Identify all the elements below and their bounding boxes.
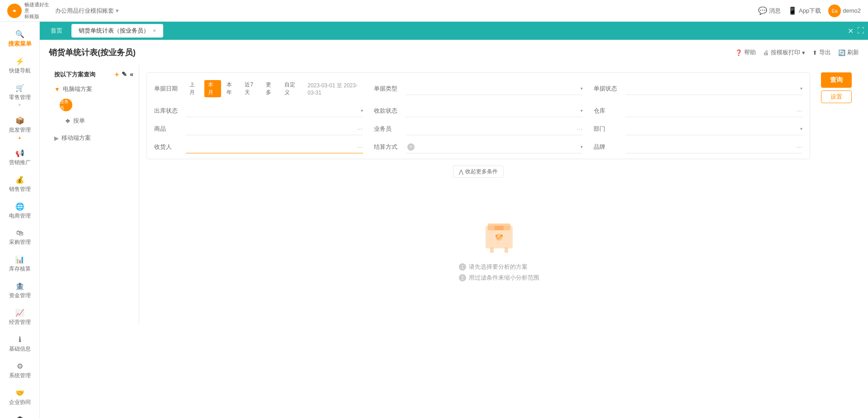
- dept-dropdown-arrow[interactable]: ▾: [800, 126, 802, 131]
- staff-control[interactable]: ···: [406, 123, 583, 135]
- brand-dots[interactable]: ···: [797, 144, 802, 150]
- sidebar-item-marketing[interactable]: 📢 营销推广: [0, 144, 39, 171]
- mobile-section-header[interactable]: ▶ 移动端方案: [49, 131, 139, 145]
- inventory-icon: 📊: [15, 255, 24, 264]
- export-action[interactable]: ⬆ 导出: [812, 48, 831, 57]
- date-btn-this-month[interactable]: 本月: [204, 80, 221, 97]
- date-btn-more[interactable]: 更多: [262, 80, 279, 97]
- logo-text: 畅捷通好生意 标账版: [24, 2, 52, 20]
- receiver-dots[interactable]: ···: [357, 144, 363, 150]
- sidebar-item-operations[interactable]: 📈 经营管理: [0, 304, 39, 331]
- tab-home[interactable]: 首页: [43, 24, 70, 38]
- sidebar-item-shortcut[interactable]: ⚡ 快捷导航: [0, 52, 39, 79]
- hint1-num: 1: [459, 263, 466, 271]
- receiver-control[interactable]: ···: [186, 141, 363, 153]
- sub-item-order[interactable]: ❖ 按单: [49, 114, 139, 128]
- app-label: App下载: [799, 7, 821, 15]
- doctype-control[interactable]: ▾: [406, 82, 583, 95]
- sub-item-staff[interactable]: 业务员: [49, 96, 139, 114]
- operations-icon: 📈: [15, 309, 24, 317]
- docstatus-dropdown-arrow[interactable]: ▾: [800, 86, 802, 91]
- staff-label: 业务员: [374, 125, 406, 133]
- settlement-dropdown-arrow[interactable]: ▾: [580, 144, 583, 149]
- left-panel-desktop-section: ▼ 电脑端方案 业务员 ❖: [49, 81, 139, 129]
- tab-close-button[interactable]: ×: [153, 28, 156, 34]
- collectstatus-control[interactable]: ▾: [406, 104, 583, 117]
- sidebar-item-sales[interactable]: 💰 销售管理: [0, 171, 39, 198]
- export-icon: ⬆: [812, 49, 817, 56]
- outstatus-dropdown-arrow[interactable]: ▾: [361, 108, 363, 113]
- warehouse-control[interactable]: ···: [625, 104, 802, 117]
- logo-icon: [7, 4, 22, 18]
- sidebar-item-purchase[interactable]: 🛍 采购管理: [0, 224, 39, 251]
- avatar: Ea: [828, 5, 841, 17]
- breadcrumb-dropdown-icon[interactable]: ▾: [116, 7, 119, 14]
- message-label: 消息: [769, 7, 781, 15]
- left-panel-add-btn[interactable]: +: [115, 71, 119, 79]
- warehouse-dots[interactable]: ···: [797, 108, 802, 114]
- filter-row-2: 出库状态 ▾ 收款状态: [154, 104, 802, 117]
- collectstatus-dropdown-arrow[interactable]: ▾: [580, 108, 583, 113]
- filter-form: 单据日期 上月 本月 本年 近7天: [146, 72, 810, 180]
- date-btn-last-month[interactable]: 上月: [186, 80, 203, 97]
- filter-item-receiver: 收货人 ···: [154, 141, 363, 153]
- sidebar-item-system[interactable]: ⚙ 系统管理: [0, 357, 39, 384]
- sidebar-item-newbie[interactable]: 🎓 新手引导: [0, 411, 39, 418]
- brand-control[interactable]: ···: [625, 141, 802, 153]
- desktop-section-header[interactable]: ▼ 电脑端方案: [49, 82, 139, 96]
- sidebar-ecommerce-label: 电商管理: [9, 212, 31, 220]
- left-panel-header: 按以下方案查询 + ✎ «: [49, 69, 139, 81]
- action-buttons: 查询 设置: [821, 72, 852, 103]
- doctype-label: 单据类型: [374, 85, 406, 93]
- print-icon: 🖨: [763, 49, 769, 56]
- sidebar-item-basic[interactable]: ℹ 基础信息: [0, 331, 39, 357]
- receiver-input[interactable]: [186, 143, 357, 150]
- goods-dots[interactable]: ···: [357, 126, 363, 132]
- ecommerce-icon: 🌐: [15, 202, 24, 211]
- tab-bar-right: ✕ ⛶: [848, 27, 864, 35]
- sidebar-item-ecommerce[interactable]: 🌐 电商管理: [0, 198, 39, 224]
- docstatus-label: 单据状态: [594, 85, 625, 93]
- export-label: 导出: [819, 48, 831, 57]
- sidebar-item-finance[interactable]: 🏦 资金管理: [0, 277, 39, 304]
- app-download-item[interactable]: 📱 App下载: [788, 6, 821, 15]
- left-panel-collapse-btn[interactable]: «: [130, 71, 133, 79]
- print-dropdown-icon[interactable]: ▾: [802, 49, 805, 56]
- user-item[interactable]: Ea demo2: [828, 5, 861, 17]
- filter-area: 单据日期 上月 本月 本年 近7天: [146, 72, 852, 180]
- tab-bar: 首页 销货单统计表（按业务员） × ✕ ⛶: [40, 22, 868, 40]
- sidebar-item-search[interactable]: 🔍 搜索菜单: [0, 25, 39, 52]
- tab-active[interactable]: 销货单统计表（按业务员） ×: [71, 24, 163, 38]
- settlement-control[interactable]: × ▾: [406, 141, 583, 153]
- staff-dots[interactable]: ···: [577, 126, 583, 132]
- doctype-dropdown-arrow[interactable]: ▾: [580, 86, 583, 91]
- collapse-button[interactable]: ⋀ 收起更多条件: [453, 166, 504, 178]
- sidebar-item-inventory[interactable]: 📊 库存核算: [0, 251, 39, 277]
- breadcrumb-area[interactable]: 办公用品行业模拟账套 ▾: [55, 7, 119, 15]
- settings-button[interactable]: 设置: [821, 90, 852, 103]
- goods-control[interactable]: ···: [186, 123, 363, 135]
- sidebar-item-enterprise[interactable]: 🤝 企业协同: [0, 384, 39, 411]
- help-action[interactable]: ❓ 帮助: [735, 48, 756, 57]
- sidebar-item-wholesale[interactable]: 📦 批发管理 ▲: [0, 112, 39, 144]
- date-btn-this-year[interactable]: 本年: [223, 80, 240, 97]
- refresh-action[interactable]: 🔄 刷新: [838, 48, 859, 57]
- template-print-action[interactable]: 🖨 按模板打印 ▾: [763, 48, 805, 57]
- tab-bar-expand-btn[interactable]: ⛶: [857, 27, 864, 35]
- date-btn-7days[interactable]: 近7天: [241, 80, 260, 97]
- sidebar-item-retail[interactable]: 🛒 零售管理 ▼: [0, 79, 39, 112]
- settlement-tag-close[interactable]: ×: [407, 143, 415, 151]
- desktop-section-label: 电脑端方案: [63, 85, 92, 93]
- message-item[interactable]: 💬 消息: [758, 6, 781, 15]
- docstatus-control[interactable]: ▾: [625, 82, 802, 95]
- outstatus-label: 出库状态: [154, 107, 186, 115]
- tab-bar-close-btn[interactable]: ✕: [848, 27, 854, 35]
- query-button[interactable]: 查询: [821, 72, 852, 88]
- date-btn-custom[interactable]: 自定义: [281, 80, 302, 97]
- right-main: 单据日期 上月 本月 本年 近7天: [139, 65, 859, 325]
- sidebar-inventory-label: 库存核算: [9, 265, 31, 273]
- left-panel-edit-btn[interactable]: ✎: [122, 71, 127, 79]
- dept-control[interactable]: ▾: [625, 123, 802, 135]
- template-print-label: 按模板打印: [771, 48, 800, 57]
- outstatus-control[interactable]: ▾: [186, 104, 363, 117]
